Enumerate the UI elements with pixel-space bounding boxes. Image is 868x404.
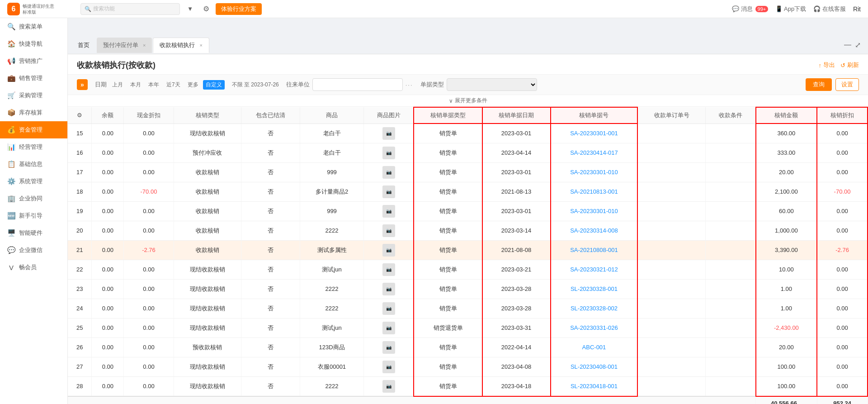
search-icon: 🔍 — [7, 23, 15, 31]
cell-write-off-type: 收款核销 — [174, 162, 241, 182]
cell-receipt-order-no — [637, 143, 705, 162]
sidebar-item-marketing[interactable]: 📢 营销推广 — [0, 52, 67, 70]
cell-bill-no[interactable]: SA-20230331-026 — [551, 318, 638, 337]
date-last-month-btn[interactable]: 上月 — [109, 80, 126, 90]
settings-icon-btn[interactable]: ⚙ — [200, 3, 212, 15]
refresh-btn[interactable]: ↺ 刷新 — [840, 61, 859, 69]
tab-maximize-icon[interactable]: ⤢ — [855, 41, 861, 49]
date-this-year-btn[interactable]: 本年 — [146, 80, 162, 90]
unit-filter-input[interactable] — [312, 78, 403, 91]
cell-bill-no[interactable]: SL-20230418-001 — [551, 376, 638, 396]
table-row: 27 0.00 0.00 现结收款核销 否 衣服00001 📷 销货单 2023… — [68, 357, 868, 376]
expand-collapse-btn[interactable]: » — [77, 79, 88, 90]
sidebar-item-wechat[interactable]: 💬 企业微信 — [0, 242, 67, 259]
cell-bill-no[interactable]: SA-20210813-001 — [551, 182, 638, 201]
export-btn[interactable]: ↑ 导出 — [819, 61, 835, 69]
expand-more-btn[interactable]: ∨ 展开更多条件 — [449, 97, 487, 105]
col-write-off-type: 核销类型 — [174, 107, 241, 124]
inventory-icon: 📦 — [7, 109, 15, 117]
filter-settings-btn[interactable]: 设置 — [835, 78, 859, 91]
cell-bill-no[interactable]: SA-20230314-008 — [551, 221, 638, 240]
tab-home[interactable]: 首页 — [71, 38, 96, 53]
cell-bill-no[interactable]: SL-20230328-001 — [551, 279, 638, 299]
tab-collection-close[interactable]: × — [199, 43, 202, 48]
cell-bill-no[interactable]: SA-20230301-010 — [551, 162, 638, 182]
basic-info-icon: 📋 — [7, 160, 15, 168]
table-header-row: ⚙ 余额 现金折扣 核销类型 包含已结清 商品 商品图片 核销单据类型 核销单据… — [68, 107, 868, 124]
sidebar-item-search[interactable]: 🔍 搜索菜单 — [0, 18, 67, 35]
table-row: 20 0.00 0.00 收款核销 否 2222 📷 销货单 2023-03-1… — [68, 221, 868, 240]
page-title: 收款核销执行(按收款) — [77, 60, 156, 71]
table-container[interactable]: ⚙ 余额 现金折扣 核销类型 包含已结清 商品 商品图片 核销单据类型 核销单据… — [68, 107, 868, 404]
cell-goods-img: 📷 — [363, 376, 414, 396]
header-actions: ↑ 导出 ↺ 刷新 — [819, 61, 859, 69]
sidebar-item-operations[interactable]: 📊 经营管理 — [0, 138, 67, 156]
online-service-btn[interactable]: 🎧 在线客服 — [813, 5, 846, 13]
cell-write-off-amount: 10.00 — [756, 260, 817, 279]
cell-bill-no[interactable]: SA-20230301-001 — [551, 124, 638, 143]
sidebar-item-basic-info[interactable]: 📋 基础信息 — [0, 156, 67, 173]
query-btn[interactable]: 查询 — [806, 78, 832, 91]
sidebar-item-hardware[interactable]: 🖥️ 智能硬件 — [0, 224, 67, 242]
col-gear[interactable]: ⚙ — [68, 107, 92, 124]
date-custom-btn[interactable]: 自定义 — [203, 80, 225, 90]
messages-btn[interactable]: 💬 消息 99+ — [732, 5, 768, 13]
cell-write-off-discount: -70.00 — [817, 182, 868, 201]
date-more-btn[interactable]: 更多 — [185, 80, 201, 90]
sidebar-item-quick-nav[interactable]: 🏠 快捷导航 — [0, 35, 67, 52]
date-last-7days-btn[interactable]: 近7天 — [164, 80, 183, 90]
cell-goods: 999 — [300, 162, 364, 182]
search-dropdown-btn[interactable]: ▼ — [184, 3, 197, 15]
cell-goods-img: 📷 — [363, 201, 414, 221]
sidebar-item-system[interactable]: ⚙️ 系统管理 — [0, 173, 67, 190]
cell-include-settled: 否 — [241, 240, 300, 260]
sidebar-item-guide[interactable]: 🆕 新手引导 — [0, 207, 67, 224]
cell-write-off-type: 预付冲应收 — [174, 143, 241, 162]
sidebar-item-vip[interactable]: V 畅会员 — [0, 259, 67, 276]
sidebar: 🔍 搜索菜单 🏠 快捷导航 📢 营销推广 💼 销售管理 🛒 采购管理 📦 库存核… — [0, 18, 68, 404]
cell-write-off-type: 现结收款核销 — [174, 376, 241, 396]
cell-seq: 21 — [68, 240, 92, 260]
sidebar-label-enterprise: 企业协同 — [19, 195, 42, 203]
cell-bill-date: 2023-03-14 — [482, 221, 551, 240]
sidebar-item-enterprise[interactable]: 🏢 企业协同 — [0, 190, 67, 207]
cell-goods-img: 📷 — [363, 162, 414, 182]
cell-receipt-condition — [706, 299, 756, 318]
sidebar-label-guide: 新手引导 — [19, 212, 42, 220]
date-this-month-btn[interactable]: 本月 — [127, 80, 144, 90]
tab-collection[interactable]: 收款核销执行 × — [153, 38, 209, 53]
tab-prepaid-close[interactable]: × — [143, 43, 146, 48]
cell-write-off-amount: 100.00 — [756, 376, 817, 396]
sidebar-item-purchase[interactable]: 🛒 采购管理 — [0, 87, 67, 104]
table-row: 17 0.00 0.00 收款核销 否 999 📷 销货单 2023-03-01… — [68, 162, 868, 182]
sidebar-item-sales[interactable]: 💼 销售管理 — [0, 70, 67, 87]
col-goods-img: 商品图片 — [363, 107, 414, 124]
cell-bill-no[interactable]: SA-20230301-010 — [551, 201, 638, 221]
table-row: 16 0.00 0.00 预付冲应收 否 老白干 📷 销货单 2023-04-1… — [68, 143, 868, 162]
cell-receipt-condition — [706, 124, 756, 143]
cell-bill-no[interactable]: SA-20210808-001 — [551, 240, 638, 260]
cell-bill-no[interactable]: SA-20230321-012 — [551, 260, 638, 279]
cell-balance: 0.00 — [92, 162, 124, 182]
tab-collection-label: 收款核销执行 — [160, 41, 195, 49]
cell-bill-no[interactable]: ABC-001 — [551, 337, 638, 357]
trial-industry-btn[interactable]: 体验行业方案 — [216, 3, 262, 15]
bill-type-select[interactable] — [447, 78, 537, 91]
sidebar-item-inventory[interactable]: 📦 库存核算 — [0, 104, 67, 121]
table-row: 24 0.00 0.00 现结收款核销 否 2222 📷 销货单 2023-03… — [68, 299, 868, 318]
col-receipt-condition: 收款条件 — [706, 107, 756, 124]
cell-bill-no[interactable]: SA-20230414-017 — [551, 143, 638, 162]
cell-write-off-type: 收款核销 — [174, 221, 241, 240]
search-bar[interactable]: 🔍 搜索功能 — [80, 3, 180, 15]
cell-bill-no[interactable]: SL-20230328-002 — [551, 299, 638, 318]
table-row: 22 0.00 0.00 现结收款核销 否 测试jun 📷 销货单 2023-0… — [68, 260, 868, 279]
sidebar-label-system: 系统管理 — [19, 177, 42, 185]
tab-minimize-icon[interactable]: — — [844, 41, 851, 49]
cell-receipt-condition — [706, 337, 756, 357]
cell-goods-img: 📷 — [363, 357, 414, 376]
cell-bill-type: 销货单 — [414, 299, 482, 318]
sidebar-item-finance[interactable]: 💰 资金管理 — [0, 121, 67, 138]
cell-bill-no[interactable]: SL-20230408-001 — [551, 357, 638, 376]
app-download-btn[interactable]: 📱 App下载 — [775, 5, 806, 13]
tab-prepaid[interactable]: 预付冲应付单 × — [97, 38, 152, 53]
